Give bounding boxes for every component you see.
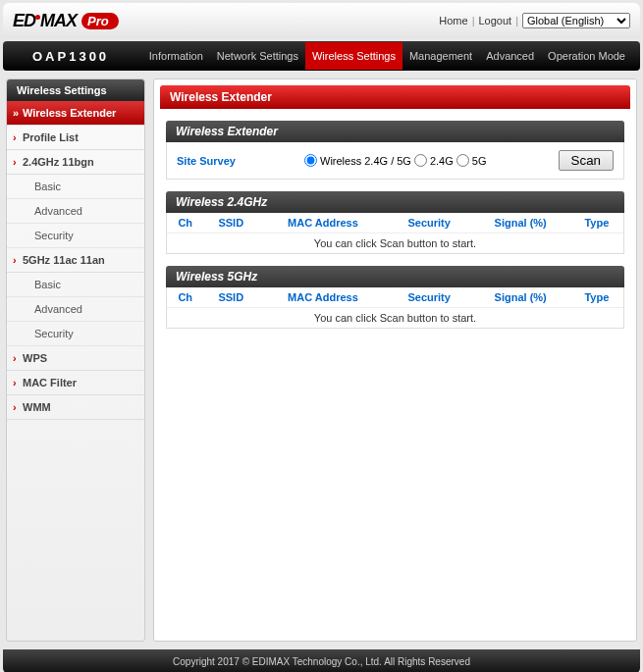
col-security[interactable]: Security (388, 213, 471, 233)
tab-advanced[interactable]: Advanced (479, 42, 541, 70)
radio-24g-label: 2.4G (430, 155, 454, 167)
table-24ghz: Ch SSID MAC Address Security Signal (%) … (167, 213, 623, 253)
model-name: OAP1300 (32, 49, 142, 64)
hint-5: You can click Scan button to start. (167, 308, 623, 329)
content-panel: Wireless Extender Wireless Extender Site… (153, 78, 637, 642)
section-extender: Wireless Extender Site Survey Wireless 2… (166, 121, 624, 180)
table-row: You can click Scan button to start. (167, 233, 623, 254)
scan-button[interactable]: Scan (559, 150, 614, 171)
col-mac[interactable]: MAC Address (258, 213, 388, 233)
col-ssid[interactable]: SSID (203, 213, 258, 233)
sidebar-sub-5-security[interactable]: Security (7, 322, 144, 346)
logout-link[interactable]: Logout (478, 15, 511, 26)
sidebar-item-profile-list[interactable]: Profile List (7, 126, 144, 150)
table-row: Ch SSID MAC Address Security Signal (%) … (167, 213, 623, 233)
sidebar-item-wps[interactable]: WPS (7, 346, 144, 371)
tab-network-settings[interactable]: Network Settings (210, 42, 305, 70)
tab-information[interactable]: Information (142, 42, 210, 70)
tab-wireless-settings[interactable]: Wireless Settings (305, 42, 402, 70)
col-security[interactable]: Security (388, 287, 471, 308)
sidebar-item-wireless-extender[interactable]: Wireless Extender (7, 101, 144, 126)
sidebar-sub-5-advanced[interactable]: Advanced (7, 297, 144, 322)
table-5ghz: Ch SSID MAC Address Security Signal (%) … (167, 287, 623, 328)
radio-5g[interactable] (456, 154, 469, 167)
section-wireless-5: Wireless 5GHz Ch SSID MAC Address Securi… (166, 266, 624, 329)
sidebar-sub-24-advanced[interactable]: Advanced (7, 199, 144, 224)
tab-management[interactable]: Management (402, 42, 479, 70)
sidebar-item-24ghz[interactable]: 2.4GHz 11bgn (7, 150, 144, 175)
sidebar-item-mac-filter[interactable]: MAC Filter (7, 371, 144, 395)
sidebar-sub-5-basic[interactable]: Basic (7, 273, 144, 297)
col-type[interactable]: Type (570, 287, 623, 308)
sidebar-item-wmm[interactable]: WMM (7, 395, 144, 420)
radio-5g-label: 5G (472, 155, 487, 167)
hint-24: You can click Scan button to start. (167, 233, 623, 254)
logo-text: EDMAX (13, 11, 77, 31)
col-signal[interactable]: Signal (%) (471, 213, 570, 233)
footer: Copyright 2017 © EDIMAX Technology Co., … (3, 649, 640, 672)
col-type[interactable]: Type (570, 213, 623, 233)
col-signal[interactable]: Signal (%) (471, 287, 570, 308)
section-24-heading: Wireless 2.4GHz (166, 191, 624, 213)
top-nav: OAP1300 Information Network Settings Wir… (3, 41, 640, 71)
col-ch[interactable]: Ch (167, 287, 203, 308)
language-select[interactable]: Global (English) (522, 13, 630, 28)
section-5-heading: Wireless 5GHz (166, 266, 624, 287)
radio-24g[interactable] (414, 154, 427, 167)
col-mac[interactable]: MAC Address (258, 287, 388, 308)
sidebar-sub-24-security[interactable]: Security (7, 224, 144, 248)
site-survey-link[interactable]: Site Survey (177, 155, 295, 167)
logo-pro-badge: Pro (81, 13, 119, 29)
header-actions: Home | Logout | Global (English) (439, 13, 630, 28)
section-wireless-24: Wireless 2.4GHz Ch SSID MAC Address Secu… (166, 191, 624, 254)
radio-24g5g[interactable] (304, 154, 317, 167)
col-ssid[interactable]: SSID (203, 287, 258, 308)
radio-24g5g-label: Wireless 2.4G / 5G (320, 155, 411, 167)
nav-tabs: Information Network Settings Wireless Se… (142, 42, 632, 70)
section-extender-heading: Wireless Extender (166, 121, 624, 142)
home-link[interactable]: Home (439, 15, 467, 26)
sidebar-item-5ghz[interactable]: 5GHz 11ac 11an (7, 248, 144, 273)
col-ch[interactable]: Ch (167, 213, 203, 233)
table-row: Ch SSID MAC Address Security Signal (%) … (167, 287, 623, 308)
sidebar-sub-24-basic[interactable]: Basic (7, 175, 144, 199)
sidebar: Wireless Settings Wireless Extender Prof… (6, 78, 145, 642)
panel-title: Wireless Extender (160, 85, 630, 109)
header-bar: EDMAX Pro Home | Logout | Global (Englis… (3, 3, 640, 38)
tab-operation-mode[interactable]: Operation Mode (541, 42, 632, 70)
main-area: Wireless Settings Wireless Extender Prof… (0, 71, 643, 649)
sidebar-title: Wireless Settings (7, 79, 144, 101)
brand-logo: EDMAX Pro (13, 11, 119, 31)
table-row: You can click Scan button to start. (167, 308, 623, 329)
band-radio-group: Wireless 2.4G / 5G 2.4G 5G (304, 154, 549, 167)
